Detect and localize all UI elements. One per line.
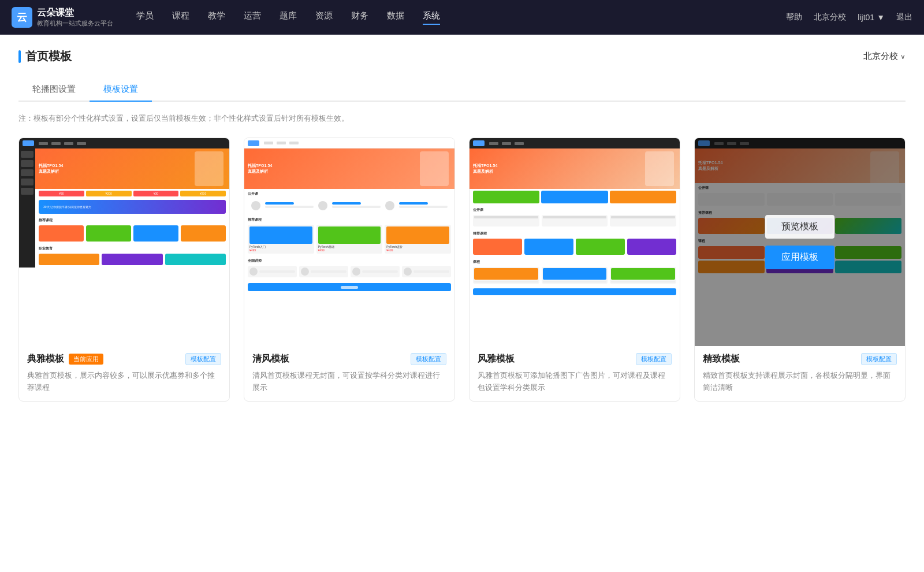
mockup-nav-logo3 <box>473 140 485 146</box>
tabs-row: 轮播图设置 模板设置 <box>18 78 906 102</box>
mockup-course-card <box>181 225 226 242</box>
mockup-nav-link3 <box>502 142 511 145</box>
mockup-sidebar-item <box>21 160 33 167</box>
template-preview-clean: 托福TPO1-54真题及解析 公开课 <box>244 138 454 346</box>
mockup-nav-logo2 <box>248 140 259 146</box>
mockup-person-line <box>332 202 361 205</box>
badge-config-clean[interactable]: 模板配置 <box>411 353 446 365</box>
mockup-banner2: 托福TPO1-54真题及解析 <box>244 148 454 189</box>
mockup-elegant2: 托福TPO1-54真题及解析 公开课 <box>470 138 680 346</box>
nav-link-teaching[interactable]: 教学 <box>208 10 225 25</box>
mockup-nav-link2 <box>277 142 286 144</box>
branch-selector[interactable]: 北京分校 ∨ <box>863 51 906 62</box>
mockup-coupon-yellow: ¥200 <box>86 191 132 196</box>
template-name: 典雅模板 <box>27 353 64 365</box>
template-preview-refined: 托福TPO1-54真题及解析 公开课 <box>695 138 905 346</box>
mockup-lecturer-title: 全国讲师 <box>248 258 451 263</box>
mockup-person-info <box>265 202 314 209</box>
mockup-coupon-red2: ¥30 <box>133 191 179 196</box>
mockup-courses-section: 推荐课程 <box>35 216 229 244</box>
template-preview-elegant: 托福TPO1-54真题及解析 ¥30 ¥200 ¥30 ¥200 <box>19 138 229 346</box>
mockup-sidebar-item <box>21 169 33 176</box>
mockup-nav-links <box>39 142 86 145</box>
mockup-sidebar-item <box>21 151 33 158</box>
logo-text: 云朵课堂 教育机构一站式服务云平台 <box>37 7 113 27</box>
apply-template-button-refined[interactable]: 应用模板 <box>765 246 834 269</box>
template-desc-refined: 精致首页模板支持课程展示封面，各模板分隔明显，界面简洁清晰 <box>703 370 897 394</box>
mockup-public-section3: 公开课 <box>470 205 680 229</box>
mockup-section-title2: 职业教育 <box>39 246 226 251</box>
mockup-nav2 <box>244 138 454 148</box>
mockup-edu-card <box>165 254 226 265</box>
mockup-banner3: 托福TPO1-54真题及解析 <box>470 148 680 189</box>
mockup-nav3 <box>470 138 680 148</box>
nav-links: 学员 课程 教学 运营 题库 资源 财务 数据 系统 <box>136 10 786 25</box>
mockup-courses-title3: 课程 <box>473 259 676 265</box>
nav-link-resources[interactable]: 资源 <box>315 10 333 25</box>
mockup-person-info2 <box>332 202 381 209</box>
mockup-elegant: 托福TPO1-54真题及解析 ¥30 ¥200 ¥30 ¥200 <box>19 138 229 346</box>
user-menu[interactable]: lijt01 ▼ <box>858 13 885 22</box>
mockup-public-section: 公开课 <box>244 189 454 215</box>
template-name-row-elegant2: 风雅模板 模板配置 <box>478 353 672 365</box>
branch-link[interactable]: 北京分校 <box>814 12 846 23</box>
nav-link-system[interactable]: 系统 <box>423 10 440 25</box>
nav-link-data[interactable]: 数据 <box>387 10 404 25</box>
mockup-promo-text: 30天 让你摆脱平庸 知识使你更有魅力 <box>43 205 91 209</box>
nav-link-finance[interactable]: 财务 <box>351 10 368 25</box>
nav-right: 帮助 北京分校 lijt01 ▼ 退出 <box>786 12 912 23</box>
mockup-banner-img2 <box>420 151 449 186</box>
page-header: 首页模板 北京分校 ∨ <box>18 49 906 64</box>
mockup-course-cards <box>39 225 226 242</box>
help-link[interactable]: 帮助 <box>786 12 802 23</box>
mockup-coupon-yellow2: ¥200 <box>180 191 226 196</box>
template-elegant2[interactable]: 托福TPO1-54真题及解析 公开课 <box>469 138 680 402</box>
template-clean[interactable]: 托福TPO1-54真题及解析 公开课 <box>244 138 455 402</box>
template-desc-clean: 清风首页模板课程无封面，可设置按学科分类对课程进行展示 <box>252 370 446 394</box>
nav-link-operations[interactable]: 运营 <box>244 10 261 25</box>
template-footer-elegant2: 风雅模板 模板配置 风雅首页模板可添加轮播图下广告图片，可对课程及课程包设置学科… <box>470 346 680 401</box>
badge-config-refined[interactable]: 模板配置 <box>861 353 897 365</box>
page-content: 首页模板 北京分校 ∨ 轮播图设置 模板设置 注：模板有部分个性化样式设置，设置… <box>0 35 924 572</box>
mockup-person-line <box>332 206 381 208</box>
tab-carousel[interactable]: 轮播图设置 <box>18 78 90 102</box>
template-elegant[interactable]: 托福TPO1-54真题及解析 ¥30 ¥200 ¥30 ¥200 <box>18 138 230 402</box>
mockup-recommend-section3: 推荐课程 <box>470 229 680 257</box>
mockup-coupon-red: ¥30 <box>39 191 84 196</box>
template-name-row: 典雅模板 当前应用 模板配置 <box>27 353 221 365</box>
mockup-avatar <box>318 201 327 210</box>
nav-link-students[interactable]: 学员 <box>136 10 154 25</box>
page-title-bar <box>18 50 21 63</box>
template-overlay-refined: 预览模板 应用模板 <box>695 138 905 346</box>
tab-template[interactable]: 模板设置 <box>90 78 152 102</box>
mockup-course-card <box>39 225 84 242</box>
mockup-banner-img3 <box>645 151 674 186</box>
template-refined[interactable]: 托福TPO1-54真题及解析 公开课 <box>694 138 906 402</box>
mockup-recommend-title3: 推荐课程 <box>473 231 676 236</box>
nav-link-courses[interactable]: 课程 <box>172 10 189 25</box>
nav-link-questions[interactable]: 题库 <box>280 10 297 25</box>
mockup-main-content: 托福TPO1-54真题及解析 ¥30 ¥200 ¥30 ¥200 <box>35 148 229 268</box>
mockup-public-cards3 <box>473 215 676 226</box>
template-name-elegant2: 风雅模板 <box>478 353 515 365</box>
logo-icon: 云 <box>12 7 32 28</box>
mockup-nav-link2 <box>264 142 273 144</box>
mockup-section-title: 推荐课程 <box>39 218 226 223</box>
logout-button[interactable]: 退出 <box>896 12 912 23</box>
badge-config-elegant2[interactable]: 模板配置 <box>636 353 672 365</box>
badge-config[interactable]: 模板配置 <box>185 353 221 365</box>
template-name-row-clean: 清风模板 模板配置 <box>252 353 446 365</box>
preview-template-button-refined[interactable]: 预览模板 <box>765 215 834 239</box>
note-text: 注：模板有部分个性化样式设置，设置后仅当前模板生效；非个性化样式设置后针对所有模… <box>18 113 906 124</box>
mockup-banner-img <box>195 151 223 186</box>
mockup-course-card <box>133 225 178 242</box>
mockup-person-line <box>399 206 448 208</box>
template-name-refined: 精致模板 <box>703 353 740 365</box>
mockup-nav-links2 <box>264 142 299 144</box>
mockup-lecturer-section: 全国讲师 <box>244 256 454 280</box>
mockup-edu-card <box>102 254 162 265</box>
mockup-courses-cards3 <box>473 267 676 284</box>
mockup-nav-link3 <box>515 142 524 145</box>
template-name-row-refined: 精致模板 模板配置 <box>703 353 897 365</box>
mockup-banner-text: 托福TPO1-54真题及解析 <box>39 163 63 174</box>
